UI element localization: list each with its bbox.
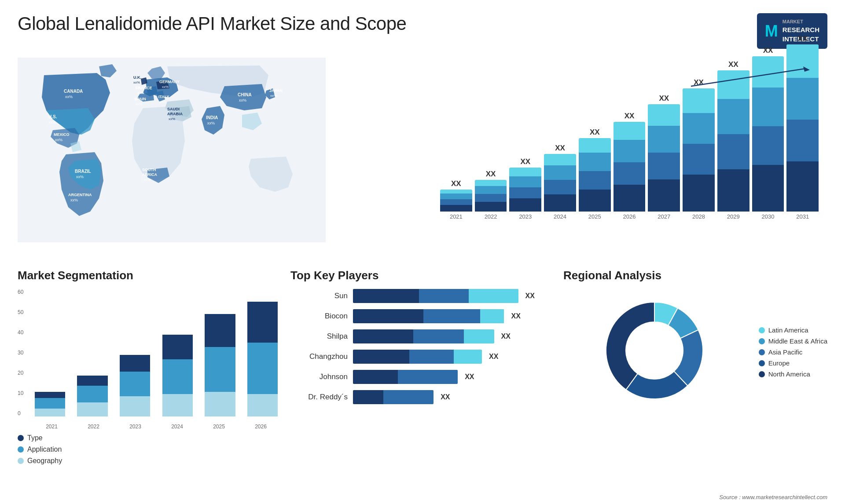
players-list: SunXXBioconXXShilpaXXChangzhouXXJohnsonX…: [290, 289, 555, 404]
segmentation-section: Market Segmentation 0102030405060 202120…: [18, 269, 282, 502]
source-text: Source : www.marketresearchintellect.com: [719, 494, 827, 500]
player-bar-container: XX: [353, 390, 555, 404]
legend-dot: [18, 446, 24, 453]
bar-year-label: 2024: [544, 213, 576, 220]
regional-legend-dot: [759, 349, 765, 355]
regional-legend-label: Latin America: [768, 326, 808, 334]
player-bar-label: XX: [489, 350, 498, 364]
svg-text:xx%: xx%: [162, 85, 169, 89]
y-axis: 0102030405060: [18, 289, 23, 416]
legend-item: Application: [18, 446, 282, 453]
y-axis-label: 30: [18, 350, 23, 356]
player-row: BioconXX: [290, 309, 555, 323]
svg-text:ARABIA: ARABIA: [167, 112, 183, 116]
bar-value-label: XX: [625, 112, 635, 121]
svg-text:xx%: xx%: [76, 175, 84, 179]
bar-value-label: XX: [797, 34, 808, 43]
page-title: Global Lenalidomide API Market Size and …: [18, 13, 406, 34]
player-bar-segment: [398, 370, 458, 384]
svg-text:SAUDI: SAUDI: [167, 107, 180, 111]
player-bar-segment: [454, 350, 482, 364]
seg-bar-group: [158, 335, 197, 417]
svg-text:xx%: xx%: [136, 102, 142, 106]
player-bar-segment: [353, 289, 419, 303]
svg-text:SPAIN: SPAIN: [134, 97, 146, 101]
bar-value-label: XX: [520, 157, 530, 166]
seg-bar-segment: [35, 398, 65, 408]
seg-bar-segment: [205, 314, 235, 347]
bar-year-label: 2021: [440, 213, 472, 220]
player-bar-stack: [353, 350, 482, 364]
bar-stack: [717, 70, 749, 212]
player-name: Biocon: [290, 312, 348, 321]
player-bar-label: XX: [511, 309, 521, 323]
svg-text:xx%: xx%: [48, 120, 56, 124]
seg-bar-segment: [162, 359, 193, 394]
bar-value-label: XX: [555, 144, 565, 153]
seg-year-label: 2021: [31, 424, 73, 430]
seg-legend: TypeApplicationGeography: [18, 434, 282, 465]
svg-text:xx%: xx%: [207, 121, 215, 125]
regional-legend-label: North America: [768, 370, 810, 378]
bar-year-label: 2027: [648, 213, 680, 220]
player-bar-container: XX: [353, 309, 555, 323]
svg-text:AFRICA: AFRICA: [142, 172, 157, 177]
svg-text:INDIA: INDIA: [206, 115, 218, 120]
bar-group: XX: [509, 157, 541, 212]
seg-year-label: 2022: [73, 424, 114, 430]
regional-content: Latin AmericaMiddle East & AfricaAsia Pa…: [563, 289, 827, 412]
donut-svg: [593, 289, 716, 412]
player-bar-segment: [353, 329, 413, 343]
legend-label: Application: [27, 446, 62, 453]
bar-chart-section: XXXXXXXXXXXXXXXXXXXXXX 20212022202320242…: [422, 53, 827, 264]
player-bar-stack: [353, 370, 458, 384]
svg-text:ITALY: ITALY: [158, 95, 169, 99]
regional-legend-item: Latin America: [759, 326, 827, 334]
bar-year-label: 2025: [579, 213, 611, 220]
regional-legend-dot: [759, 327, 765, 333]
top-row: CANADA xx% U.S. xx% MEXICO xx% BRAZIL xx…: [0, 53, 845, 264]
svg-text:xx%: xx%: [137, 91, 144, 95]
svg-text:xx%: xx%: [133, 80, 140, 84]
svg-text:CHINA: CHINA: [238, 92, 252, 97]
svg-text:BRAZIL: BRAZIL: [75, 169, 91, 174]
donut-chart: [593, 289, 716, 412]
players-title: Top Key Players: [290, 269, 555, 282]
map-section: CANADA xx% U.S. xx% MEXICO xx% BRAZIL xx…: [18, 53, 422, 264]
bar-year-label: 2030: [752, 213, 784, 220]
seg-year-label: 2026: [240, 424, 282, 430]
legend-item: Geography: [18, 457, 282, 465]
seg-bar-segment: [77, 402, 107, 417]
bottom-row: Market Segmentation 0102030405060 202120…: [0, 264, 845, 504]
logo-line1: MARKET: [783, 18, 819, 25]
regional-legend-dot: [759, 371, 765, 377]
bar-year-label: 2031: [786, 213, 819, 220]
seg-bars: [31, 289, 282, 416]
bar-stack: [648, 104, 680, 212]
player-bar-label: XX: [441, 390, 450, 404]
y-axis-label: 50: [18, 309, 23, 315]
regional-legend-dot: [759, 360, 765, 366]
svg-text:xx%: xx%: [70, 198, 78, 202]
svg-text:SOUTH: SOUTH: [142, 168, 156, 172]
legend-label: Geography: [27, 457, 62, 465]
x-axis-labels: 2021202220232024202520262027202820292030…: [431, 213, 819, 220]
segmentation-title: Market Segmentation: [18, 269, 282, 282]
svg-text:U.S.: U.S.: [48, 114, 57, 119]
seg-bar-segment: [205, 347, 235, 392]
regional-title: Regional Analysis: [563, 269, 827, 282]
svg-text:xx%: xx%: [239, 98, 246, 102]
player-bar-segment: [480, 309, 504, 323]
svg-text:xx%: xx%: [65, 95, 73, 99]
svg-text:FRANCE: FRANCE: [136, 86, 152, 90]
bar-group: XX: [544, 144, 576, 212]
seg-bar-segment: [120, 396, 150, 417]
header: Global Lenalidomide API Market Size and …: [0, 0, 845, 53]
player-bar-label: XX: [465, 370, 474, 384]
svg-text:xx%: xx%: [159, 100, 166, 104]
bar-group: XX: [440, 179, 472, 212]
player-bar-segment: [353, 309, 423, 323]
player-bar-container: XX: [353, 370, 555, 384]
seg-bar-group: [243, 302, 282, 416]
regional-legend-item: Middle East & Africa: [759, 337, 827, 345]
